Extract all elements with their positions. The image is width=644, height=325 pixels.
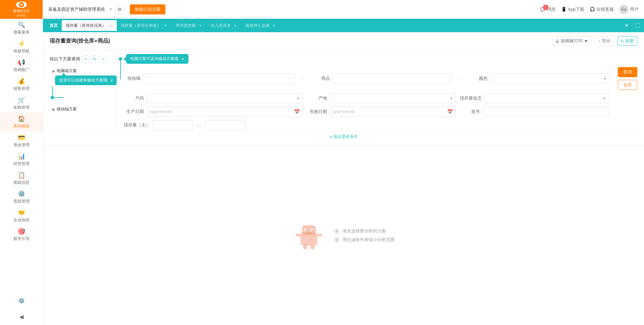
tab-close-stock-dist[interactable]: ✕ xyxy=(163,23,168,28)
sidebar-item-label: 系统管理 xyxy=(13,199,30,204)
notification-button[interactable]: 💬 6 消息 xyxy=(540,6,556,12)
tooltip-close-1[interactable]: ✕ xyxy=(181,57,184,61)
add-scheme-button[interactable]: + xyxy=(82,55,90,63)
sidebar-item-purchase[interactable]: 🛒 采购管理 xyxy=(0,94,43,113)
expiry-date-calendar-icon[interactable]: 📅 xyxy=(447,109,453,114)
origin-select[interactable]: ▼ xyxy=(330,93,456,103)
tab-close-all-icon[interactable]: ✕ xyxy=(623,21,631,30)
refresh-scheme-button[interactable]: ↻ xyxy=(91,55,98,63)
logo-text: 畅通好生意 xyxy=(13,9,30,13)
sidebar-item-inventory[interactable]: 🏠 库存核算 xyxy=(0,113,43,131)
filter-actions: + ↻ « xyxy=(82,55,107,63)
set-button[interactable]: 设置 xyxy=(618,80,637,90)
tab-close-inout[interactable]: ✕ xyxy=(233,23,237,28)
tab-label: 现存量（库存状况表） xyxy=(66,23,106,29)
print-label: 按模板打印 xyxy=(561,38,583,44)
sidebar-item-management[interactable]: 📊 经营管理 xyxy=(0,150,43,169)
sidebar-item-system[interactable]: ⚙️ 系统管理 xyxy=(0,188,43,207)
mobile-scheme-item[interactable]: ▶ 移动端方案 xyxy=(52,105,117,113)
warehouse-input[interactable] xyxy=(143,73,294,84)
filter-group-size: 尺码 ▼ xyxy=(124,93,303,103)
search-button[interactable]: 查询 xyxy=(618,67,637,77)
color-select[interactable]: ▼ xyxy=(490,73,610,84)
sidebar-item-base-info[interactable]: 📋 基础信息 xyxy=(0,169,43,188)
tab-close-batch[interactable]: ✕ xyxy=(198,23,203,28)
megaphone-icon: 📢 xyxy=(18,59,25,66)
sidebar-item-marketing[interactable]: 📢 营销推广 xyxy=(0,56,43,75)
tooltip-close-2[interactable]: ✕ xyxy=(110,78,113,83)
settings-icon: ⚙️ xyxy=(18,297,25,304)
sidebar-settings[interactable]: ⚙️ xyxy=(0,293,43,309)
collapse-icon: ◀ xyxy=(19,314,23,320)
filter-area: 按以下方案查询 + ↻ « 电脑方案可设为移动方案哦 ✕ xyxy=(43,50,644,146)
stock-status-select-wrapper: ▼ xyxy=(484,93,609,103)
sidebar-bottom: ⚙️ ◀ xyxy=(0,293,43,325)
sidebar: 畅通好生意 标准版 🔍 搜索菜单 ⚡ 快捷导航 📢 营销推广 💰 销售管理 🛒 … xyxy=(0,0,43,325)
tab-close-stock-status[interactable]: ✕ xyxy=(108,23,113,28)
tab-stock-dist[interactable]: 现存量（库存分布表） ✕ xyxy=(117,20,172,31)
prod-date-label: 生产日期 xyxy=(124,109,144,115)
logo-icon xyxy=(16,1,27,8)
refresh-button[interactable]: ↻ 刷新 xyxy=(618,36,637,46)
flash-icon: ⚡ xyxy=(18,40,25,47)
system-chevron-icon: ▼ xyxy=(109,7,112,11)
filter-row-4: 现存量（主） — xyxy=(124,120,637,130)
sidebar-item-search[interactable]: 🔍 搜索菜单 xyxy=(0,19,43,38)
sidebar-item-label: 新手引导 xyxy=(13,236,30,242)
trial-button[interactable]: 体验行业方案 xyxy=(130,4,165,14)
prod-date-input[interactable]: yyyy-mm-dd 📅 xyxy=(147,107,303,117)
online-support-button[interactable]: 🎧 在线客服 xyxy=(590,6,614,12)
user-menu[interactable]: Ea 用户 xyxy=(619,5,639,14)
print-button[interactable]: 🖨 按模板打印 ▼ xyxy=(552,36,591,46)
tab-batch[interactable]: 库存批次账 ✕ xyxy=(172,20,207,31)
back-scheme-button[interactable]: « xyxy=(100,55,107,63)
topbar-system: 装备及固定资产辅助管理系统 ▼ ⚙ 体验行业方案 xyxy=(48,4,540,14)
expiry-date-placeholder: yyyy-mm-dd xyxy=(333,109,355,114)
sidebar-item-label: 快捷导航 xyxy=(13,48,30,54)
settings-button[interactable]: ⚙ xyxy=(115,5,124,14)
commodity-input[interactable] xyxy=(333,73,452,84)
sidebar-item-sales[interactable]: 💰 销售管理 xyxy=(0,75,43,94)
expiry-date-input[interactable]: yyyy-mm-dd 📅 xyxy=(330,107,456,117)
page-header: 现存量查询(按仓库+商品) 🖨 按模板打印 ▼ ↑ 导出 ↻ 刷新 xyxy=(43,32,644,50)
tab-fullscreen-icon[interactable]: ⛶ xyxy=(633,21,641,30)
sidebar-item-guide[interactable]: 🎯 新手引导 xyxy=(0,225,43,244)
stock-main-to[interactable] xyxy=(205,120,246,130)
tooltip-edit-scheme: 这里可以创建和修改方案哦 ✕ xyxy=(55,75,117,85)
app-download-button[interactable]: 📱 App下载 xyxy=(561,6,584,12)
export-button[interactable]: ↑ 导出 xyxy=(595,36,614,46)
stock-main-label: 现存量（主） xyxy=(124,122,150,128)
empty-num-2: ② xyxy=(334,237,340,243)
sidebar-collapse[interactable]: ◀ xyxy=(0,309,43,325)
tab-summary[interactable]: 收发存汇总表 ✕ xyxy=(241,20,280,31)
svg-point-5 xyxy=(305,230,307,231)
tab-home-label: 首页 xyxy=(50,23,58,29)
prod-date-calendar-icon[interactable]: 📅 xyxy=(294,109,300,114)
sidebar-item-label: 资金管理 xyxy=(13,142,30,148)
prod-date-placeholder: yyyy-mm-dd xyxy=(150,109,171,114)
tab-close-summary[interactable]: ✕ xyxy=(272,23,276,28)
collapse-label: 收起更多条件 xyxy=(334,134,358,140)
collapse-bar[interactable]: ∧ 收起更多条件 xyxy=(50,131,637,142)
tab-home[interactable]: 首页 xyxy=(46,20,62,31)
sidebar-item-cooperation[interactable]: 🤝 企业协同 xyxy=(0,207,43,225)
notification-badge: 6 xyxy=(543,5,548,10)
filter-group-prod-date: 生产日期 yyyy-mm-dd 📅 xyxy=(124,107,303,117)
tab-stock-status[interactable]: 现存量（库存状况表） ✕ xyxy=(62,20,117,31)
empty-state: ① 请先选择要分析的方案 ② 用过滤条件来缩小分析范围 xyxy=(43,146,644,325)
stock-main-from[interactable] xyxy=(153,120,193,130)
desktop-scheme-label: 电脑端方案 xyxy=(57,68,77,74)
empty-illustration xyxy=(292,219,326,252)
collapse-icon-arrow: ∧ xyxy=(329,134,332,139)
sidebar-item-quick-nav[interactable]: ⚡ 快捷导航 xyxy=(0,38,43,56)
sidebar-item-finance[interactable]: 💳 资金管理 xyxy=(0,131,43,150)
filter-row-3: 生产日期 yyyy-mm-dd 📅 失效日期 yyyy-mm-dd 📅 xyxy=(124,107,637,117)
tab-inout[interactable]: 出入库流水 ✕ xyxy=(207,20,241,31)
color-select-wrapper: ▼ xyxy=(490,73,610,84)
stock-status-select[interactable]: ▼ xyxy=(484,93,609,103)
empty-num-1: ① xyxy=(334,228,340,234)
size-select[interactable]: ▼ xyxy=(147,93,303,103)
home-icon: 🏠 xyxy=(18,115,25,122)
commodity-dots: ··· xyxy=(456,75,463,82)
batch-input[interactable] xyxy=(483,107,609,117)
